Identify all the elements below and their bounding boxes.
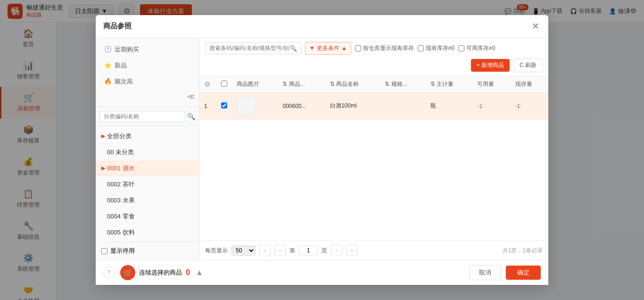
checkbox-available-group: 现有库存≠0 xyxy=(418,44,454,52)
filter-label: 更多条件 xyxy=(317,44,339,52)
table-row[interactable]: 1 000600... 白酒100ml 瓶 xyxy=(199,92,548,119)
sort-icon-code: ⇅ xyxy=(282,81,287,87)
row-checkbox[interactable] xyxy=(221,102,227,108)
td-rownum: 1 xyxy=(199,92,216,119)
product-search-icon[interactable]: 🔍 xyxy=(289,45,297,52)
category-label-c0003: 0003 水果 xyxy=(101,196,135,205)
quick-tabs: 🕐 近期购买 ⭐ 新品 🔥 频次高 ≪ xyxy=(96,38,199,107)
category-search-icon[interactable]: 🔍 xyxy=(187,113,195,120)
fire-icon: 🔥 xyxy=(104,78,112,85)
toolbar: 🔍 ▼ 更多条件 ▲ 按仓库显示现有库存 现有库存≠0 xyxy=(199,38,548,76)
td-name: 白酒100ml xyxy=(325,92,380,119)
checkbox-available-label: 现有库存≠0 xyxy=(426,44,454,52)
sort-icon-spec: ⇅ xyxy=(385,81,389,87)
checkbox-usable-label: 可用库存≠0 xyxy=(466,44,495,52)
modal-title: 商品参照 xyxy=(103,22,132,31)
checkbox-usable[interactable] xyxy=(458,45,464,51)
page-label2: 页 xyxy=(322,247,327,255)
collapse-panel-icon[interactable]: ≪ xyxy=(187,92,195,100)
td-stock: -1 xyxy=(511,92,548,119)
sort-icon-name: ⇅ xyxy=(330,81,335,87)
checkbox-usable-group: 可用库存≠0 xyxy=(458,44,495,52)
left-panel-bottom: 显示停用 xyxy=(96,242,199,260)
th-code[interactable]: ⇅ 商品... xyxy=(278,76,325,93)
th-spec[interactable]: ⇅ 规格... xyxy=(380,76,426,93)
category-item-c0005[interactable]: 0005 饮料 xyxy=(96,225,199,241)
refresh-button[interactable]: C 刷新 xyxy=(513,58,543,72)
modal-footer: ? 🛒 连续选择的商品 0 ▲ 取消 确定 xyxy=(96,260,548,285)
collapse-cart-icon[interactable]: ▲ xyxy=(196,268,203,277)
th-unit[interactable]: ⇅ 主计量 xyxy=(426,76,472,93)
select-all-checkbox[interactable] xyxy=(221,81,227,87)
category-label-c0001: 0001 酒水 xyxy=(107,164,135,173)
clock-icon: 🕐 xyxy=(104,46,112,53)
th-name-label: 商品名称 xyxy=(336,81,359,87)
quick-tab-recent[interactable]: 🕐 近期购买 xyxy=(99,42,195,57)
next-page-button[interactable]: › xyxy=(331,245,342,256)
product-image xyxy=(237,97,256,116)
quick-tab-new[interactable]: ⭐ 新品 xyxy=(99,58,195,73)
add-product-button[interactable]: + 新增商品 xyxy=(471,59,510,72)
category-search-input[interactable] xyxy=(99,111,185,122)
toolbar-right: + 新增商品 C 刷新 xyxy=(471,58,543,72)
first-page-button[interactable]: « xyxy=(259,245,271,256)
category-item-c0003[interactable]: 0003 水果 xyxy=(96,192,199,208)
quick-tab-recent-label: 近期购买 xyxy=(115,45,139,54)
th-name[interactable]: ⇅ 商品名称 xyxy=(325,76,380,93)
total-info: 共1页，1条记录 xyxy=(503,247,543,255)
th-available-label: 可用量 xyxy=(477,81,494,87)
category-item-c0002[interactable]: 0002 茶叶 xyxy=(96,176,199,192)
category-item-c00[interactable]: 00 未分类 xyxy=(96,144,199,160)
th-image: 商品图片 xyxy=(232,76,278,93)
category-item-c0004[interactable]: 0004 零食 xyxy=(96,208,199,225)
th-checkbox xyxy=(216,76,232,93)
page-size-select[interactable]: 50 10 20 100 xyxy=(231,245,256,256)
left-panel: 🕐 近期购买 ⭐ 新品 🔥 频次高 ≪ xyxy=(96,38,199,260)
cart-label: 连续选择的商品 xyxy=(139,268,182,277)
th-image-label: 商品图片 xyxy=(237,81,259,87)
checkbox-warehouse-label: 按仓库显示现有库存 xyxy=(363,44,414,52)
footer-right: 取消 确定 xyxy=(469,265,541,280)
star-icon: ⭐ xyxy=(104,62,112,69)
quick-tab-frequent[interactable]: 🔥 频次高 xyxy=(99,74,195,89)
chevron-up-icon: ▲ xyxy=(341,45,347,51)
th-available: 可用量 xyxy=(472,76,510,93)
sort-icon-unit: ⇅ xyxy=(430,81,435,87)
th-stock-label: 现存量 xyxy=(515,81,532,87)
category-item-c0001[interactable]: ▶ 0001 酒水 xyxy=(96,160,199,176)
prev-page-button[interactable]: ‹ xyxy=(274,245,286,256)
modal-close-button[interactable]: ✕ xyxy=(529,21,541,32)
more-filter-button[interactable]: ▼ 更多条件 ▲ xyxy=(305,42,351,55)
category-search: 🔍 xyxy=(96,107,199,126)
th-spec-label: 规格... xyxy=(391,81,407,87)
pagination-bar: 每页显示 50 10 20 100 « ‹ 第 页 › » 共1页，1条记录 xyxy=(199,241,548,260)
help-icon[interactable]: ? xyxy=(103,267,115,278)
modal-overlay[interactable]: 商品参照 ✕ 🕐 近期购买 ⭐ 新品 🔥 频次高 xyxy=(0,0,644,300)
checkbox-warehouse-group: 按仓库显示现有库存 xyxy=(355,44,414,52)
checkbox-warehouse[interactable] xyxy=(355,45,361,51)
modal-body: 🕐 近期购买 ⭐ 新品 🔥 频次高 ≪ xyxy=(96,38,548,260)
confirm-button[interactable]: 确定 xyxy=(506,266,541,280)
td-image xyxy=(232,92,278,119)
cart-icon[interactable]: 🛒 xyxy=(120,265,135,280)
show-disabled-checkbox[interactable] xyxy=(101,248,107,254)
column-settings-icon[interactable]: ⚙ xyxy=(204,80,210,88)
show-disabled-label: 显示停用 xyxy=(110,247,135,255)
td-spec xyxy=(380,92,426,119)
td-available: -1 xyxy=(472,92,510,119)
product-search-input[interactable] xyxy=(209,45,289,51)
product-table: ⚙ 商品图片 ⇅ 商品... xyxy=(199,76,548,120)
question-icon: ? xyxy=(107,269,111,276)
category-label-c0004: 0004 零食 xyxy=(101,212,135,221)
page-number-input[interactable] xyxy=(299,246,318,255)
category-item-all[interactable]: ▶ 全部分类 xyxy=(96,128,199,144)
last-page-button[interactable]: » xyxy=(346,245,357,256)
category-label-c00: 00 未分类 xyxy=(101,148,134,157)
td-unit: 瓶 xyxy=(426,92,472,119)
checkbox-available[interactable] xyxy=(418,45,424,51)
cancel-button[interactable]: 取消 xyxy=(469,265,501,280)
category-label-c0005: 0005 饮料 xyxy=(101,228,135,237)
page-label: 第 xyxy=(289,247,295,255)
td-checkbox xyxy=(216,92,232,119)
product-table-body: 1 000600... 白酒100ml 瓶 xyxy=(199,92,548,119)
